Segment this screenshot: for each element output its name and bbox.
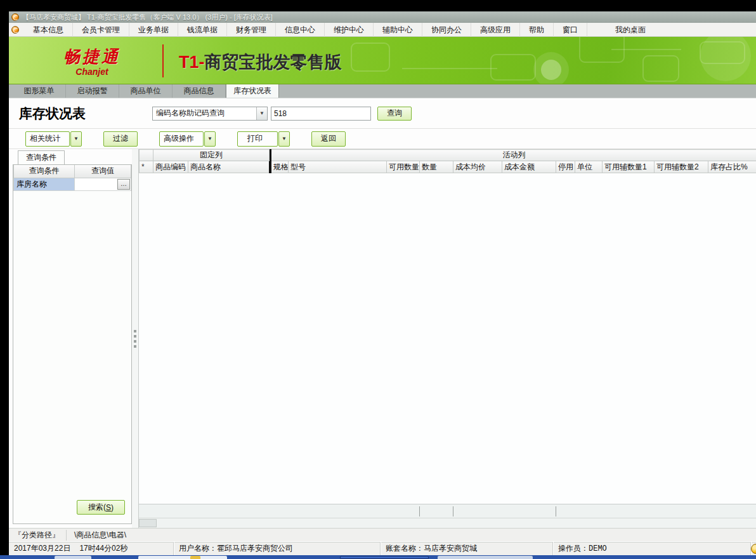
col-header-model[interactable]: 型号 <box>289 161 387 173</box>
menu-item-window[interactable]: 窗口 <box>554 23 587 37</box>
col-header-available-qty[interactable]: 可用数量 <box>387 161 420 173</box>
horizontal-scrollbar[interactable] <box>139 518 756 528</box>
tab-product-unit[interactable]: 商品单位 <box>119 84 173 98</box>
taskbar-icon[interactable] <box>190 556 200 559</box>
col-header-spec[interactable]: 规格 <box>271 161 289 173</box>
product-prefix: T1- <box>179 53 205 72</box>
condition-column-header[interactable]: 查询条件 <box>14 165 75 178</box>
system-menu-icon[interactable] <box>11 26 19 34</box>
search-label-post: ) <box>111 503 114 512</box>
col-header-aux-qty1[interactable]: 可用辅数量1 <box>603 161 655 173</box>
page-header: 库存状况表 编码名称助记码查询 ▼ 查询 <box>9 98 756 129</box>
caret-down-icon[interactable]: ▼ <box>256 107 267 120</box>
logo-chinese: 畅捷通 <box>63 46 121 68</box>
fixed-columns-group-header: 固定列 <box>153 150 270 161</box>
col-header-stock-ratio[interactable]: 库存占比% <box>708 161 756 173</box>
search-label-pre: 搜索( <box>88 502 106 513</box>
taskbar-window-button[interactable] <box>438 556 533 559</box>
advanced-ops-button[interactable]: 高级操作 <box>159 131 204 147</box>
menu-bar: 基本信息 会员卡管理 业务单据 钱流单据 财务管理 信息中心 维护中心 辅助中心… <box>9 23 756 37</box>
condition-table: 查询条件 查询值 库房名称 … <box>13 165 131 191</box>
toolbar: 相关统计 ▼ 过滤 高级操作 ▼ 打印 ▼ 返回 <box>9 129 756 149</box>
menu-item-business-docs[interactable]: 业务单据 <box>129 23 178 37</box>
panel-splitter[interactable] <box>132 149 138 528</box>
value-column-header[interactable]: 查询值 <box>75 165 131 178</box>
col-header-cost-amount[interactable]: 成本金额 <box>502 161 556 173</box>
query-condition-tab[interactable]: 查询条件 <box>18 150 65 164</box>
document-tab-bar: 图形菜单 启动报警 商品单位 商品信息 库存状况表 <box>9 84 756 98</box>
product-name: 商贸宝批发零售版 <box>205 53 342 72</box>
search-input[interactable] <box>271 107 371 121</box>
related-stats-caret-icon[interactable]: ▼ <box>70 131 82 147</box>
print-caret-icon[interactable]: ▼ <box>278 131 290 147</box>
taskbar-window-button[interactable] <box>55 556 91 559</box>
notification-icon[interactable] <box>751 544 756 554</box>
col-header-qty[interactable]: 数量 <box>420 161 453 173</box>
product-title: T1-商贸宝批发零售版 <box>179 51 342 74</box>
col-header-aux-qty2[interactable]: 可用辅数量2 <box>655 161 708 173</box>
menu-item-finance[interactable]: 财务管理 <box>227 23 276 37</box>
grid-corner-cell <box>140 150 153 161</box>
print-button[interactable]: 打印 <box>237 131 278 147</box>
taskbar[interactable] <box>0 555 756 559</box>
warehouse-value-cell[interactable]: … <box>75 178 131 190</box>
summary-divider <box>453 506 453 516</box>
tab-inventory-status[interactable]: 库存状况表 <box>226 84 279 98</box>
condition-row: 库房名称 … <box>14 178 131 190</box>
menu-item-advanced-apps[interactable]: 高级应用 <box>471 23 520 37</box>
active-columns-group-header: 活动列 <box>271 150 756 161</box>
brand-banner: 畅捷通 Chanjet T1-商贸宝批发零售版 <box>9 37 756 84</box>
col-header-avg-cost[interactable]: 成本均价 <box>453 161 502 173</box>
status-time: 17时44分02秒 <box>79 543 127 554</box>
page-title: 库存状况表 <box>19 105 152 122</box>
application-window: 【马店孝安商贸城】 T1-商贸宝批发零售（客户端 V 13.0） (3用户) -… <box>9 11 756 555</box>
app-icon <box>11 13 19 21</box>
panel-empty-space <box>13 191 131 501</box>
col-header-unit[interactable]: 单位 <box>575 161 603 173</box>
ellipsis-button[interactable]: … <box>117 179 130 190</box>
query-button[interactable]: 查询 <box>377 107 412 121</box>
tab-graphic-menu[interactable]: 图形菜单 <box>13 84 66 98</box>
menu-item-member-card[interactable]: 会员卡管理 <box>73 23 129 37</box>
tab-startup-alert[interactable]: 启动报警 <box>66 84 119 98</box>
menu-item-assist-center[interactable]: 辅助中心 <box>374 23 422 37</box>
search-type-select[interactable]: 编码名称助记码查询 ▼ <box>152 107 268 121</box>
chanjet-logo: 畅捷通 Chanjet <box>63 46 121 77</box>
category-path-label: 『分类路径』 <box>9 530 67 541</box>
window-title: 【马店孝安商贸城】 T1-商贸宝批发零售（客户端 V 13.0） (3用户) -… <box>22 13 273 22</box>
taskbar-window-button[interactable] <box>340 556 429 559</box>
status-date-time: 2017年03月22日 17时44分02秒 <box>9 542 174 555</box>
warehouse-name-cell[interactable]: 库房名称 <box>14 178 75 190</box>
col-header-product-name[interactable]: 商品名称 <box>188 161 270 173</box>
tab-product-info[interactable]: 商品信息 <box>173 84 226 98</box>
taskbar-window-button[interactable] <box>138 556 227 559</box>
related-stats-button[interactable]: 相关统计 <box>25 131 70 147</box>
menu-item-maintenance[interactable]: 维护中心 <box>325 23 374 37</box>
menu-item-info-center[interactable]: 信息中心 <box>276 23 325 37</box>
inventory-grid: 固定列 活动列 * 商品编码 商品名称 规格 型号 可用数量 数量 成本均价 成… <box>138 149 756 528</box>
grid-body-empty <box>139 173 756 504</box>
search-type-value: 编码名称助记码查询 <box>153 108 256 119</box>
title-bar: 【马店孝安商贸城】 T1-商贸宝批发零售（客户端 V 13.0） (3用户) -… <box>9 11 756 23</box>
summary-divider <box>419 506 420 516</box>
filter-button[interactable]: 过滤 <box>103 131 138 147</box>
menu-item-my-desktop[interactable]: 我的桌面 <box>606 23 655 37</box>
query-condition-box: 查询条件 查询值 库房名称 … 搜索(S) <box>13 164 132 524</box>
advanced-ops-split: 高级操作 ▼ <box>159 131 216 147</box>
query-condition-panel: 查询条件 查询条件 查询值 库房名称 … <box>13 149 132 528</box>
col-header-product-code[interactable]: 商品编码 <box>153 161 188 173</box>
search-s-button[interactable]: 搜索(S) <box>77 500 125 515</box>
status-user: 用户名称：霍邱马店孝安商贸公司 <box>174 542 381 555</box>
advanced-ops-caret-icon[interactable]: ▼ <box>204 131 216 147</box>
status-bar: 2017年03月22日 17时44分02秒 用户名称：霍邱马店孝安商贸公司 账套… <box>9 541 756 555</box>
menu-item-collaboration[interactable]: 协同办公 <box>422 23 471 37</box>
menu-item-cashflow-docs[interactable]: 钱流单据 <box>178 23 227 37</box>
col-header-disabled[interactable]: 停用 <box>556 161 575 173</box>
back-button[interactable]: 返回 <box>311 131 346 147</box>
splitter-grip-icon <box>134 330 136 348</box>
menu-item-basic-info[interactable]: 基本信息 <box>24 23 73 37</box>
scrollbar-thumb[interactable] <box>139 519 157 527</box>
menu-item-help[interactable]: 帮助 <box>520 23 554 37</box>
grid-summary-row <box>139 504 756 518</box>
summary-divider <box>556 506 556 516</box>
